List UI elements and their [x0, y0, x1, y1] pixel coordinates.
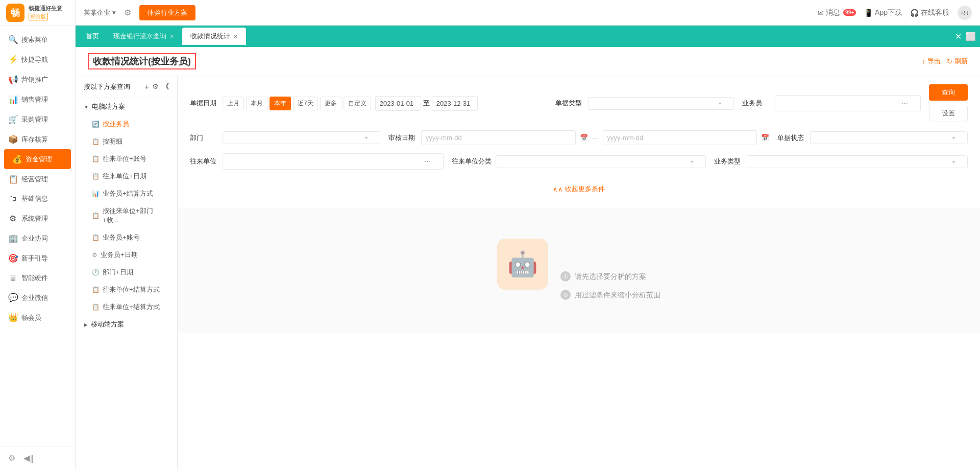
scheme-item-label-2: 往来单位+账号: [103, 154, 146, 163]
sidebar: 畅 畅捷通好生意 标准版 🔍 搜索菜单 ⚡ 快捷导航 📢 营销推广 📊 销售管理…: [0, 0, 76, 469]
filter-panel: 按以下方案查询 + ⚙ 《 ▼ 电脑端方案 🔄 按业务员: [76, 76, 178, 469]
scheme-item-by-salesperson[interactable]: 🔄 按业务员: [76, 115, 177, 133]
sidebar-item-guide[interactable]: 🎯 新手引导: [0, 248, 75, 268]
export-icon: ↑: [922, 58, 926, 65]
sidebar-item-inventory[interactable]: 📦 库存核算: [0, 129, 75, 149]
date-btn-more[interactable]: 更多: [320, 97, 341, 110]
scheme-item-counterparty-settle1[interactable]: 📋 往来单位+结算方式: [76, 281, 177, 298]
scheme-item-label-4: 业务员+结算方式: [103, 189, 153, 198]
app-download-group[interactable]: 📱 App下载: [864, 8, 902, 17]
scheme-item-counterparty-account[interactable]: 📋 往来单位+账号: [76, 150, 177, 168]
collapse-icon: ∧∧: [553, 185, 563, 193]
setting-button[interactable]: 设置: [929, 105, 968, 122]
hint-num-2: ②: [560, 290, 571, 300]
scheme-group-pc-title[interactable]: ▼ 电脑端方案: [76, 98, 177, 115]
menu-icon-quick-nav: ⚡: [8, 55, 17, 64]
audit-date-from[interactable]: [421, 130, 576, 145]
scheme-item-salesperson-settlement[interactable]: 📊 业务员+结算方式: [76, 185, 177, 202]
tab-bank-flow-close[interactable]: ✕: [169, 33, 174, 40]
collapse-panel-icon[interactable]: 《: [162, 82, 169, 91]
audit-date-calendar-from[interactable]: 📅: [580, 134, 588, 142]
trial-button[interactable]: 体验行业方案: [139, 5, 195, 20]
expand-footer-icon[interactable]: ◀‖: [23, 453, 34, 463]
scheme-item-salesperson-account[interactable]: 📋 业务员+账号: [76, 229, 177, 246]
tab-collection-stats-close[interactable]: ✕: [233, 33, 238, 40]
filter-panel-header-left: 按以下方案查询: [84, 82, 130, 91]
tab-bank-flow[interactable]: 现金银行流水查询 ✕: [105, 28, 182, 45]
voucher-status-select[interactable]: ▾: [810, 131, 968, 144]
sidebar-item-basic-info[interactable]: 🗂 基础信息: [0, 189, 75, 208]
counterparty-category-select[interactable]: ▾: [496, 155, 705, 168]
scheme-group-mobile-title[interactable]: ▶ 移动端方案: [76, 316, 177, 333]
scheme-group-toggle: ▼: [84, 104, 89, 110]
service-group[interactable]: 🎧 在线客服: [910, 8, 949, 17]
refresh-button[interactable]: ↻ 刷新: [947, 57, 968, 66]
sidebar-item-purchase[interactable]: 🛒 采购管理: [0, 109, 75, 129]
sidebar-item-wechat[interactable]: 💬 企业微信: [0, 288, 75, 308]
dept-select[interactable]: ▾: [223, 131, 380, 144]
menu-icon-sales: 📊: [8, 95, 17, 104]
menu-icon-finance: 💰: [12, 154, 21, 164]
counterparty-select[interactable]: ···: [223, 153, 444, 170]
sidebar-item-system[interactable]: ⚙ 系统管理: [0, 208, 75, 228]
user-avatar[interactable]: Rit: [958, 6, 972, 20]
scheme-item-complex[interactable]: 📋 按往来单位+部门+收...: [76, 202, 177, 229]
business-type-select[interactable]: ▾: [747, 155, 968, 168]
audit-date-to[interactable]: [603, 130, 757, 145]
sidebar-item-finance[interactable]: 💰 资金管理: [4, 149, 71, 169]
salesperson-dots[interactable]: ···: [901, 99, 908, 108]
tab-home[interactable]: 首页: [80, 28, 105, 45]
scheme-item-label-8: 部门+日期: [103, 268, 133, 277]
sidebar-item-hardware[interactable]: 🖥 智能硬件: [0, 268, 75, 288]
menu-label-sales: 销售管理: [21, 95, 48, 104]
menu-icon-system: ⚙: [8, 214, 17, 223]
message-icon-group[interactable]: ✉ 消息 99+: [818, 8, 856, 17]
query-button[interactable]: 查询: [929, 84, 968, 101]
tab-expand-icon[interactable]: ⬜: [966, 32, 976, 41]
counterparty-label: 往来单位: [190, 157, 218, 166]
scheme-item-icon-8: 🕐: [92, 269, 100, 276]
sidebar-item-marketing[interactable]: 📢 营销推广: [0, 69, 75, 89]
scheme-item-counterparty-date[interactable]: 📋 往来单位+日期: [76, 168, 177, 185]
topbar-settings-icon[interactable]: ⚙: [124, 8, 131, 17]
sidebar-item-enterprise[interactable]: 🏢 企业协同: [0, 228, 75, 248]
filter-panel-header: 按以下方案查询 + ⚙ 《: [76, 76, 177, 98]
logo-area: 畅 畅捷通好生意 标准版: [0, 0, 75, 26]
date-btn-this-year[interactable]: 本年: [270, 97, 291, 110]
voucher-type-select[interactable]: ▾: [588, 97, 734, 110]
sidebar-item-quick-nav[interactable]: ⚡ 快捷导航: [0, 50, 75, 69]
company-name: 某某企业: [84, 8, 110, 17]
sidebar-item-operations[interactable]: 📋 经营管理: [0, 169, 75, 189]
audit-date-calendar-to[interactable]: 📅: [761, 134, 769, 142]
date-from-input[interactable]: [375, 96, 421, 111]
date-btn-last-month[interactable]: 上月: [223, 97, 244, 110]
collapse-more-btn[interactable]: ∧∧ 收起更多条件: [190, 178, 968, 200]
sidebar-item-search[interactable]: 🔍 搜索菜单: [0, 30, 75, 50]
date-btn-custom[interactable]: 自定义: [344, 97, 371, 110]
counterparty-dots[interactable]: ···: [424, 157, 431, 166]
scheme-item-icon-4: 📊: [92, 190, 100, 197]
date-btn-this-month[interactable]: 本月: [246, 97, 267, 110]
tab-close-all-icon[interactable]: ✕: [955, 32, 962, 41]
date-btn-7days[interactable]: 近7天: [293, 97, 318, 110]
scheme-item-label-7: 业务员+日期: [101, 250, 138, 260]
date-to-input[interactable]: [432, 96, 478, 111]
add-scheme-icon[interactable]: +: [144, 82, 149, 91]
business-type-label: 业务类型: [714, 157, 743, 166]
scheme-item-counterparty-settle2[interactable]: 📋 往来单位+结算方式: [76, 298, 177, 316]
hint-text-2: 用过滤条件来缩小分析范围: [575, 288, 660, 302]
scheme-item-salesperson-date[interactable]: ⚙ 业务员+日期: [76, 246, 177, 264]
tab-bar: 首页 现金银行流水查询 ✕ 收款情况统计 ✕ ✕ ⬜: [76, 26, 980, 47]
salesperson-select[interactable]: ···: [775, 95, 921, 111]
salesperson-label: 业务员: [742, 99, 771, 108]
export-button[interactable]: ↑ 导出: [922, 57, 941, 66]
action-buttons: 查询 设置: [929, 84, 968, 122]
empty-hint-1: ① 请先选择要分析的方案: [560, 269, 660, 284]
sidebar-item-sales[interactable]: 📊 销售管理: [0, 89, 75, 109]
scheme-item-dept-date[interactable]: 🕐 部门+日期: [76, 264, 177, 281]
sidebar-item-member[interactable]: 👑 畅会员: [0, 308, 75, 327]
scheme-settings-icon[interactable]: ⚙: [152, 82, 159, 91]
settings-footer-icon[interactable]: ⚙: [8, 453, 15, 463]
scheme-item-detail[interactable]: 📋 按明细: [76, 133, 177, 150]
tab-collection-stats[interactable]: 收款情况统计 ✕: [182, 28, 246, 45]
